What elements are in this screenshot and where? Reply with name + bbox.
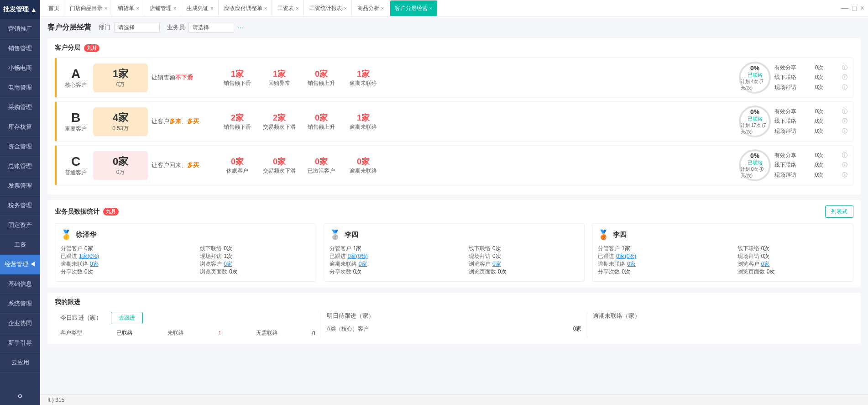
- stat-val-link[interactable]: 0家: [761, 260, 770, 268]
- highlight: 多买: [187, 162, 199, 168]
- sidebar-item-label: 总账管理: [8, 163, 32, 169]
- sidebar-item-gz[interactable]: 工资: [0, 235, 40, 255]
- close-icon[interactable]: ×: [429, 0, 432, 16]
- tier-c-stat-1[interactable]: 0家 交易频次下滑: [261, 156, 298, 175]
- staff-stats-2: 分管客户 1家 已跟进 0家(0%) 逾期未联络 0家: [598, 245, 847, 276]
- close-icon[interactable]: ×: [344, 0, 347, 16]
- close-icon[interactable]: ×: [296, 0, 298, 16]
- tier-b-stat-1[interactable]: 2家 交易频次下滑: [261, 112, 298, 131]
- sidebar-item-yxty[interactable]: 营销推广: [0, 19, 40, 39]
- list-view-button[interactable]: 列表式: [825, 205, 853, 218]
- tier-c-stat-2[interactable]: 0家 已激活客户: [303, 156, 340, 175]
- tier-b-stat-3[interactable]: 1家 逾期未联络: [345, 112, 382, 131]
- tier-a-stat-3[interactable]: 1家 逾期未联络: [345, 68, 382, 87]
- sidebar-item-label: 库存核算: [8, 123, 32, 130]
- info-icon[interactable]: ⓘ: [842, 170, 847, 180]
- sidebar-item-cggl[interactable]: 采购管理: [0, 98, 40, 117]
- sidebar-item-fpgl[interactable]: 发票管理: [0, 176, 40, 196]
- tab-store-products[interactable]: 门店商品目录 ×: [65, 0, 112, 16]
- tab-payroll[interactable]: 工资表 ×: [273, 0, 303, 16]
- tab-ar-adjust[interactable]: 应收应付调整单 ×: [220, 0, 272, 16]
- tier-c-stat-0[interactable]: 0家 休眠客户: [219, 156, 256, 175]
- sidebar-item-label: 电商管理: [8, 84, 32, 91]
- info-icon[interactable]: ⓘ: [842, 116, 847, 126]
- staff-select[interactable]: 请选择: [188, 22, 234, 33]
- stat-row: 线下联络 0次: [469, 245, 579, 252]
- stat-val-link[interactable]: 0家(0%): [348, 252, 368, 260]
- sidebar-item-kcha[interactable]: 库存核算: [0, 117, 40, 137]
- sidebar-item-xsgl[interactable]: 销售管理: [0, 39, 40, 58]
- info-icon[interactable]: ⓘ: [842, 151, 847, 161]
- page-content: 客户分层经营 部门 请选择 业务员 请选择 ··· 客户分层 九月: [40, 16, 868, 405]
- stat-row: 浏览客户 0家: [200, 260, 310, 268]
- tier-c-suggestion: 让客户回来、多买: [152, 161, 215, 169]
- tab-home[interactable]: 首页: [44, 0, 64, 16]
- tier-a-stat-0[interactable]: 1家 销售额下滑: [219, 68, 256, 87]
- sidebar-item-jygl[interactable]: 经营管理 ◀: [0, 255, 40, 274]
- sidebar-item-xtgl[interactable]: 系统管理: [0, 294, 40, 314]
- more-filter-icon[interactable]: ···: [238, 24, 243, 31]
- tab-payroll-report[interactable]: 工资统计报表 ×: [305, 0, 352, 16]
- info-icon[interactable]: ⓘ: [842, 63, 847, 73]
- info-icon[interactable]: ⓘ: [842, 126, 847, 137]
- status-bar: It } 315: [40, 394, 868, 405]
- stat-key: 线下联络: [200, 245, 222, 252]
- stat-val-link[interactable]: 0家: [224, 260, 232, 268]
- tab-store-manage[interactable]: 店铺管理 ×: [145, 0, 181, 16]
- sidebar-item-dsgl[interactable]: 电商管理: [0, 78, 40, 98]
- sidebar-header[interactable]: 批发管理 ▲: [0, 0, 40, 19]
- close-icon[interactable]: ×: [210, 0, 213, 16]
- window-minimize-icon[interactable]: —: [841, 4, 848, 12]
- close-icon[interactable]: ×: [173, 0, 176, 16]
- tomorrow-row-0: A类（核心）客户 0家: [327, 324, 582, 334]
- window-maximize-icon[interactable]: □: [852, 4, 857, 12]
- tier-c-name: 普通客户: [62, 169, 89, 177]
- follow-header: 我的跟进: [55, 298, 853, 306]
- tier-b-stat-2[interactable]: 0家 销售额上升: [303, 112, 340, 131]
- stat-val-link[interactable]: 0家(0%): [616, 252, 636, 260]
- sidebar-settings[interactable]: ⚙: [0, 387, 40, 405]
- info-icon[interactable]: ⓘ: [842, 160, 847, 170]
- tier-a-stat-1[interactable]: 1家 回购异常: [261, 68, 298, 87]
- tab-customer-tier[interactable]: 客户分层经营 ×: [390, 0, 437, 16]
- stat-val-link[interactable]: 0家: [359, 260, 367, 268]
- stat-val-link[interactable]: 1家(0%): [79, 252, 99, 260]
- follow-col-overdue: 逾期未联络（家）: [587, 312, 853, 338]
- stat-val: 0次: [761, 245, 770, 252]
- close-icon[interactable]: ×: [105, 0, 107, 16]
- sidebar-item-zjgl[interactable]: 资金管理: [0, 137, 40, 157]
- sidebar-item-gdzy[interactable]: 固定资产: [0, 216, 40, 235]
- sidebar-item-swgl[interactable]: 税务管理: [0, 196, 40, 216]
- sidebar-item-qyxt[interactable]: 企业协同: [0, 314, 40, 333]
- sidebar-item-xsyd[interactable]: 新手引导: [0, 333, 40, 353]
- tab-product-analysis[interactable]: 商品分析 ×: [353, 0, 389, 16]
- dept-select[interactable]: 请选择: [114, 22, 160, 33]
- close-icon[interactable]: ×: [381, 0, 384, 16]
- go-follow-button[interactable]: 去跟进: [111, 312, 143, 324]
- info-icon[interactable]: ⓘ: [842, 107, 847, 117]
- stat-key: 分享次数: [598, 268, 620, 276]
- sidebar-item-zzgl[interactable]: 总账管理: [0, 157, 40, 176]
- close-icon[interactable]: ×: [136, 0, 139, 16]
- tab-voucher[interactable]: 生成凭证 ×: [182, 0, 218, 16]
- tab-sales-order[interactable]: 销货单 ×: [113, 0, 144, 16]
- tier-c-stat-3[interactable]: 0家 逾期未联络: [345, 156, 382, 175]
- staff-stats-right-0: 线下联络 0次 现场拜访 1次 浏览客户 0家: [200, 245, 310, 276]
- tier-b-stat-0[interactable]: 2家 销售额下滑: [219, 112, 256, 131]
- close-icon[interactable]: ×: [264, 0, 267, 16]
- stat-val-link[interactable]: 0家: [90, 260, 99, 268]
- info-icon[interactable]: ⓘ: [842, 83, 847, 93]
- sidebar-item-yyyy[interactable]: 云应用: [0, 353, 40, 373]
- stat-line-0: 有效分享 0次 ⓘ: [774, 63, 847, 73]
- page-title: 客户分层经营: [47, 23, 91, 32]
- main-area: 首页 门店商品目录 × 销货单 × 店铺管理 × 生成凭证 × 应收应付调整单 …: [40, 0, 868, 405]
- sidebar-item-jcxx[interactable]: 基础信息: [0, 274, 40, 294]
- info-icon[interactable]: ⓘ: [842, 73, 847, 83]
- window-close-icon[interactable]: ×: [860, 4, 864, 12]
- stat-val-link[interactable]: 0家: [627, 260, 636, 268]
- stat-val-link[interactable]: 0家: [492, 260, 501, 268]
- sidebar-item-xcdsh[interactable]: 小畅电商: [0, 58, 40, 78]
- tier-a-stat-2[interactable]: 0家 销售额上升: [303, 68, 340, 87]
- tier-a-name: 核心客户: [62, 81, 89, 89]
- customer-tier-section: 客户分层 九月 A 核心客户 1家 0万 让销售额不下滑 1家: [47, 38, 861, 195]
